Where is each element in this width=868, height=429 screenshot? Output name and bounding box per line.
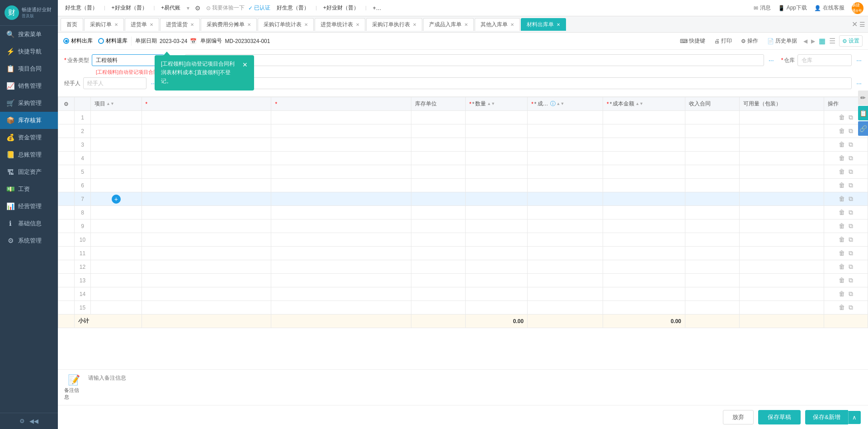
row-cell-3[interactable] <box>271 192 411 206</box>
delete-btn[interactable]: 🗑 <box>839 154 845 162</box>
row-cell-2[interactable] <box>142 138 271 152</box>
grid-view-btn[interactable]: ▦ <box>819 37 826 45</box>
delete-btn[interactable]: 🗑 <box>839 127 845 134</box>
row-cell-3[interactable] <box>271 179 411 192</box>
tab-purchase-exec[interactable]: 采购订单执行表 ✕ <box>366 18 422 31</box>
row-cell-2[interactable] <box>142 260 271 274</box>
row-cell-2[interactable] <box>142 124 271 138</box>
warehouse-input[interactable]: 仓库 <box>797 54 852 66</box>
tab-purchase-return[interactable]: 进货退货 ✕ <box>160 18 200 31</box>
save-new-arrow-btn[interactable]: ∧ <box>848 411 861 424</box>
copy-btn[interactable]: ⧉ <box>849 154 853 162</box>
topbar-message[interactable]: ✉ 消息 <box>754 4 771 12</box>
sidebar-item-purchase[interactable]: 🛒 采购管理 <box>0 95 58 112</box>
row-cell-3[interactable] <box>271 287 411 301</box>
delete-btn[interactable]: 🗑 <box>839 222 845 229</box>
row-cell-3[interactable] <box>271 138 411 152</box>
tab-material-out[interactable]: 材料出库单 ✕ <box>521 18 566 31</box>
sidebar-item-quicknav[interactable]: ⚡ 快捷导航 <box>0 43 58 60</box>
tab-other-in[interactable]: 其他入库单 ✕ <box>475 18 520 31</box>
sidebar-item-ledger[interactable]: 📒 总账管理 <box>0 146 58 163</box>
tab-purchase-in[interactable]: 进货单 ✕ <box>125 18 159 31</box>
sidebar-item-search[interactable]: 🔍 搜索菜单 <box>0 26 58 43</box>
row-cell-2[interactable] <box>142 301 271 315</box>
row-cell-project[interactable] <box>91 260 142 274</box>
row-cell-project[interactable] <box>91 274 142 287</box>
row-cell-project[interactable] <box>91 219 142 233</box>
row-cell-project[interactable] <box>91 247 142 260</box>
row-cell-project[interactable] <box>91 287 142 301</box>
copy-btn[interactable]: ⧉ <box>849 263 853 270</box>
topbar-gear-icon[interactable]: ⚙ <box>193 4 203 13</box>
row-cell-2[interactable] <box>142 247 271 260</box>
tab-close-purchase-exec[interactable]: ✕ <box>413 22 416 27</box>
topbar-experience[interactable]: ⊙ 我要体验一下 <box>206 4 245 12</box>
copy-btn[interactable]: ⧉ <box>849 249 853 257</box>
tab-purchase-in-stat[interactable]: 进货单统计表 ✕ <box>315 18 365 31</box>
delete-btn[interactable]: 🗑 <box>839 181 845 189</box>
right-btn-blue[interactable]: 🔗 <box>858 121 868 136</box>
tab-close-purchase-in-stat[interactable]: ✕ <box>356 22 359 27</box>
sidebar-item-project[interactable]: 📋 项目合同 <box>0 60 58 77</box>
row-cell-3[interactable] <box>271 219 411 233</box>
save-new-main-btn[interactable]: 保存&新增 <box>805 410 848 424</box>
sidebar-settings-btn[interactable]: ⚙ <box>19 418 25 424</box>
sidebar-item-assets[interactable]: 🏗 固定资产 <box>0 163 58 181</box>
row-cell-3[interactable] <box>271 124 411 138</box>
tab-close-purchase-stat[interactable]: ✕ <box>304 22 308 27</box>
sort-icon-cost-amount[interactable]: ▲▼ <box>635 102 643 105</box>
topbar-dropdown-arrow[interactable]: ▾ <box>187 5 189 11</box>
row-cell-project[interactable]: + <box>91 192 142 206</box>
tab-close-purchase-in[interactable]: ✕ <box>150 22 153 27</box>
delete-btn[interactable]: 🗑 <box>839 114 845 121</box>
row-cell-project[interactable] <box>91 138 142 152</box>
project-more-btn[interactable]: ··· <box>769 57 774 64</box>
row-cell-2[interactable] <box>142 219 271 233</box>
copy-btn[interactable]: ⧉ <box>849 209 853 216</box>
nav-prev-btn[interactable]: ◀ <box>803 38 807 44</box>
delete-btn[interactable]: 🗑 <box>839 168 845 175</box>
copy-btn[interactable]: ⧉ <box>849 276 853 284</box>
project-input[interactable]: 项目 <box>185 54 764 66</box>
tab-purchase-order[interactable]: 采购订单 ✕ <box>84 18 124 31</box>
sidebar-item-ops[interactable]: 📊 经营管理 <box>0 198 58 215</box>
sidebar-collapse-btn[interactable]: ◀◀ <box>29 418 38 424</box>
delete-btn[interactable]: 🗑 <box>839 141 845 148</box>
copy-btn[interactable]: ⧉ <box>849 290 853 297</box>
cost-info-icon[interactable]: ⓘ <box>550 100 556 108</box>
quickkey-btn[interactable]: ⌨ 快捷键 <box>677 36 708 46</box>
row-input-col3[interactable] <box>275 196 407 202</box>
delete-btn[interactable]: 🗑 <box>839 236 845 243</box>
copy-btn[interactable]: ⧉ <box>849 304 853 311</box>
tab-close-product-in[interactable]: ✕ <box>464 22 468 27</box>
sidebar-item-payroll[interactable]: 💵 工资 <box>0 181 58 198</box>
row-cell-project[interactable] <box>91 233 142 247</box>
th-settings[interactable]: ⚙ <box>58 97 75 111</box>
topbar-nav-good-biz2[interactable]: 好生意（普） <box>274 3 312 13</box>
copy-btn[interactable]: ⧉ <box>849 181 853 189</box>
row-cell-3[interactable] <box>271 152 411 165</box>
topbar-nav-more[interactable]: +… <box>370 4 384 12</box>
copy-btn[interactable]: ⧉ <box>849 195 853 202</box>
right-btn-edit[interactable]: ✏ <box>858 91 868 105</box>
tab-more-btn[interactable]: ☰ <box>859 21 865 28</box>
handler-input[interactable]: 经手人 <box>83 77 146 89</box>
copy-btn[interactable]: ⧉ <box>849 127 853 134</box>
discard-button[interactable]: 放弃 <box>723 410 754 424</box>
delete-btn[interactable]: 🗑 <box>839 263 845 270</box>
topbar-nav-good-wealth2[interactable]: +好业财（普） <box>321 3 362 13</box>
radio-material-return[interactable]: 材料退库 <box>98 37 127 45</box>
row-cell-3[interactable] <box>271 247 411 260</box>
row-cell-2[interactable] <box>142 233 271 247</box>
row-cell-2[interactable] <box>142 274 271 287</box>
row-cell-3[interactable] <box>271 260 411 274</box>
sidebar-item-system[interactable]: ⚙ 系统管理 <box>0 232 58 249</box>
topbar-online-service[interactable]: 👤 在线客服 <box>814 4 844 12</box>
tab-close-material-out[interactable]: ✕ <box>557 22 560 27</box>
right-btn-green[interactable]: 📋 <box>858 106 868 120</box>
settings-btn[interactable]: ⚙ 设置 <box>839 35 863 47</box>
tab-purchase-fee[interactable]: 采购费用分摊单 ✕ <box>201 18 257 31</box>
business-type-input[interactable]: 工程领料 ▾ <box>92 54 164 66</box>
radio-material-out[interactable]: 材料出库 <box>63 37 93 45</box>
topbar-nav-good-biz[interactable]: 好生意（普） <box>62 3 100 13</box>
